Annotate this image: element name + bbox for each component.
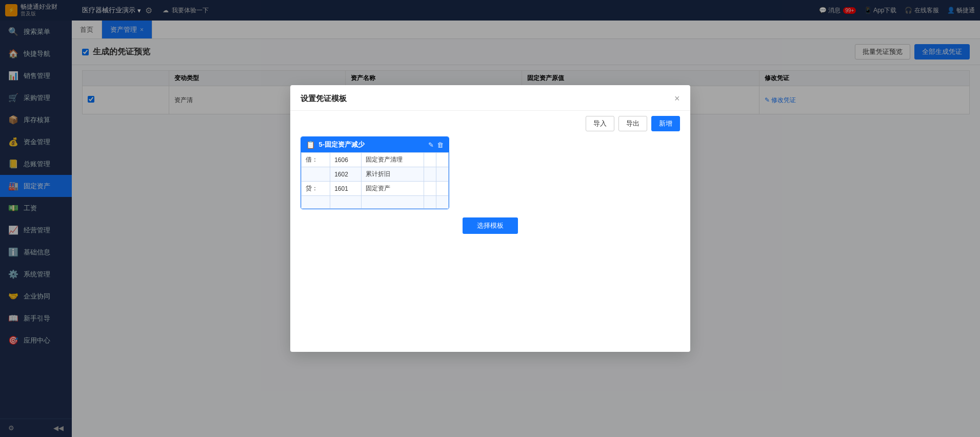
entry-debit-0 bbox=[424, 153, 436, 167]
template-card-actions: ✎ 🗑 bbox=[428, 141, 444, 149]
entry-credit-0 bbox=[436, 153, 448, 167]
entry-code-0: 1606 bbox=[330, 153, 361, 167]
export-button[interactable]: 导出 bbox=[618, 116, 647, 131]
template-delete-button[interactable]: 🗑 bbox=[437, 141, 444, 149]
modal-toolbar: 导入 导出 新增 bbox=[290, 111, 690, 136]
modal-title: 设置凭证模板 bbox=[301, 94, 347, 104]
template-entry-row: 贷： 1601 固定资产 bbox=[301, 182, 448, 196]
entry-debit-1 bbox=[424, 167, 436, 182]
modal-close-button[interactable]: × bbox=[674, 93, 680, 104]
modal-body: 📋 5-固定资产减少 ✎ 🗑 借： 1606 固定资产清理 bbox=[290, 136, 690, 352]
entry-direction-0: 借： bbox=[301, 153, 330, 167]
template-card-header: 📋 5-固定资产减少 ✎ 🗑 bbox=[301, 137, 449, 152]
entry-account-0: 固定资产清理 bbox=[361, 153, 424, 167]
entry-code-2: 1601 bbox=[330, 182, 361, 196]
new-template-button[interactable]: 新增 bbox=[651, 116, 680, 131]
entry-direction-1 bbox=[301, 167, 330, 182]
template-entry-row: 1602 累计折旧 bbox=[301, 167, 448, 182]
template-card-icon: 📋 bbox=[306, 141, 315, 149]
entry-credit-2 bbox=[436, 182, 448, 196]
template-entries-table: 借： 1606 固定资产清理 1602 累计折旧 bbox=[301, 152, 449, 209]
modal-overlay: 设置凭证模板 × 导入 导出 新增 📋 5-固定资产减少 ✎ 🗑 bbox=[0, 0, 980, 437]
entry-account-1: 累计折旧 bbox=[361, 167, 424, 182]
template-empty-row bbox=[301, 196, 448, 209]
entry-account-2: 固定资产 bbox=[361, 182, 424, 196]
entry-code-1: 1602 bbox=[330, 167, 361, 182]
entry-debit-2 bbox=[424, 182, 436, 196]
entry-direction-2: 贷： bbox=[301, 182, 330, 196]
template-card: 📋 5-固定资产减少 ✎ 🗑 借： 1606 固定资产清理 bbox=[301, 136, 449, 209]
template-edit-button[interactable]: ✎ bbox=[428, 141, 434, 149]
modal-header: 设置凭证模板 × bbox=[290, 85, 690, 111]
select-template-button[interactable]: 选择模板 bbox=[463, 217, 518, 234]
template-card-title: 5-固定资产减少 bbox=[319, 140, 424, 149]
voucher-template-modal: 设置凭证模板 × 导入 导出 新增 📋 5-固定资产减少 ✎ 🗑 bbox=[290, 85, 690, 352]
template-entry-row: 借： 1606 固定资产清理 bbox=[301, 153, 448, 167]
entry-credit-1 bbox=[436, 167, 448, 182]
import-button[interactable]: 导入 bbox=[586, 116, 614, 131]
